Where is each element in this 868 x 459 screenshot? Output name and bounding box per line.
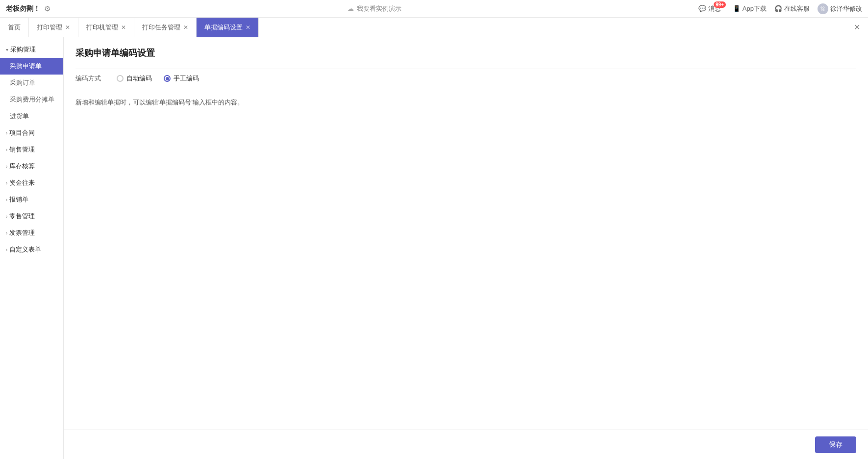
sidebar-group-retail-label: 零售管理: [9, 212, 35, 221]
message-badge: 99+: [714, 1, 726, 8]
tab-printer-management[interactable]: 打印机管理 ✕: [78, 18, 134, 37]
service-icon: 🎧: [774, 5, 782, 12]
sidebar-group-custom-forms-label: 自定义表单: [9, 245, 41, 254]
sidebar-group-retail: › 零售管理: [0, 208, 63, 225]
settings-icon[interactable]: ⚙: [44, 4, 50, 13]
tab-printer-management-label: 打印机管理: [86, 23, 118, 32]
user-button[interactable]: 徐 徐泽华修改: [818, 3, 862, 14]
sidebar-group-expense-label: 报销单: [9, 195, 28, 204]
tab-print-management-label: 打印管理: [37, 23, 62, 32]
chevron-down-icon: ▾: [6, 47, 8, 52]
top-bar-left: 老板勿割！ ⚙: [6, 4, 50, 13]
sidebar-group-purchase-label: 采购管理: [10, 45, 36, 54]
radio-manual-encode-circle[interactable]: [164, 75, 171, 82]
sidebar-group-contract-label: 项目合同: [9, 128, 35, 137]
sidebar-group-purchase: ▾ 采购管理 采购申请单 采购订单 采购费用分摊单 进货单: [0, 41, 63, 125]
radio-auto-encode-label: 自动编码: [126, 74, 152, 83]
hint-text: 新增和编辑单据时，可以编辑'单据编码号'输入框中的内容。: [75, 98, 856, 107]
tab-print-task-management[interactable]: 打印任务管理 ✕: [134, 18, 197, 37]
sidebar-group-inventory-label: 库存核算: [9, 162, 35, 171]
save-button[interactable]: 保存: [815, 436, 856, 453]
page-title: 采购申请单编码设置: [75, 47, 856, 59]
tab-home[interactable]: 首页: [0, 18, 29, 37]
chevron-right-icon: ›: [6, 130, 7, 136]
close-icon[interactable]: ✕: [246, 24, 250, 31]
sidebar-item-purchase-requisition[interactable]: 采购申请单: [0, 58, 63, 75]
online-service-button[interactable]: 🎧 在线客服: [774, 4, 810, 13]
sidebar-group-expense-title[interactable]: › 报销单: [0, 191, 63, 208]
logo-text: 老板勿割！: [6, 4, 40, 13]
sidebar-group-finance-label: 资金往来: [9, 178, 35, 187]
main-content: 采购申请单编码设置 编码方式 自动编码 手工编码 新增和编辑单据时，可以编辑'单…: [64, 37, 868, 430]
tab-code-settings[interactable]: 单据编码设置 ✕: [197, 18, 259, 37]
avatar: 徐: [818, 3, 828, 14]
encoding-row: 编码方式 自动编码 手工编码: [75, 69, 856, 88]
sidebar-group-custom-forms-title[interactable]: › 自定义表单: [0, 241, 63, 258]
chevron-right-icon: ›: [6, 214, 7, 219]
app-download-button[interactable]: 📱 App下载: [733, 4, 767, 13]
chevron-right-icon: ›: [6, 164, 7, 169]
sidebar-item-purchase-expense[interactable]: 采购费用分摊单: [0, 91, 63, 108]
close-icon[interactable]: ✕: [65, 24, 70, 31]
main: 采购申请单编码设置 编码方式 自动编码 手工编码 新增和编辑单据时，可以编辑'单…: [64, 37, 868, 459]
chevron-right-icon: ›: [6, 230, 7, 236]
tab-bar-close-button[interactable]: ✕: [846, 18, 868, 37]
sidebar-group-inventory: › 库存核算: [0, 158, 63, 175]
tab-home-label: 首页: [8, 23, 21, 32]
sidebar-group-finance: › 资金往来: [0, 175, 63, 191]
close-icon[interactable]: ✕: [121, 24, 126, 31]
chevron-right-icon: ›: [6, 180, 7, 186]
sidebar-group-invoice: › 发票管理: [0, 225, 63, 241]
chevron-right-icon: ›: [6, 247, 7, 253]
message-button[interactable]: 💬 消息 99+: [698, 4, 721, 13]
sidebar-group-purchase-title[interactable]: ▾ 采购管理: [0, 41, 63, 58]
message-icon: 💬: [698, 5, 706, 12]
tab-code-settings-label: 单据编码设置: [204, 23, 243, 32]
radio-auto-encode[interactable]: 自动编码: [117, 74, 152, 83]
sidebar-group-sales: › 销售管理: [0, 141, 63, 158]
sidebar-group-expense: › 报销单: [0, 191, 63, 208]
chevron-right-icon: ›: [6, 197, 7, 203]
close-icon[interactable]: ✕: [183, 24, 188, 31]
sidebar-group-contract: › 项目合同: [0, 125, 63, 141]
tab-print-management[interactable]: 打印管理 ✕: [29, 18, 78, 37]
layout: ▾ 采购管理 采购申请单 采购订单 采购费用分摊单 进货单 › 项目合同 › 销…: [0, 37, 868, 459]
sidebar-group-sales-label: 销售管理: [9, 145, 35, 154]
demo-link[interactable]: ☁ 我要看实例演示: [347, 4, 401, 13]
sidebar-group-custom-forms: › 自定义表单: [0, 241, 63, 258]
top-bar-right: 💬 消息 99+ 📱 App下载 🎧 在线客服 徐 徐泽华修改: [698, 3, 862, 14]
app-download-icon: 📱: [733, 5, 741, 12]
sidebar: ▾ 采购管理 采购申请单 采购订单 采购费用分摊单 进货单 › 项目合同 › 销…: [0, 37, 64, 459]
sidebar-group-finance-title[interactable]: › 资金往来: [0, 175, 63, 191]
radio-manual-encode[interactable]: 手工编码: [164, 74, 199, 83]
encoding-label: 编码方式: [75, 74, 101, 83]
sidebar-item-purchase-order[interactable]: 采购订单: [0, 75, 63, 91]
sidebar-group-sales-title[interactable]: › 销售管理: [0, 141, 63, 158]
sidebar-group-retail-title[interactable]: › 零售管理: [0, 208, 63, 225]
footer-bar: 保存: [64, 430, 868, 459]
sidebar-group-inventory-title[interactable]: › 库存核算: [0, 158, 63, 175]
sidebar-item-goods-receipt[interactable]: 进货单: [0, 108, 63, 125]
tab-print-task-management-label: 打印任务管理: [142, 23, 180, 32]
radio-auto-encode-circle[interactable]: [117, 75, 124, 82]
sidebar-group-invoice-title[interactable]: › 发票管理: [0, 225, 63, 241]
sidebar-group-contract-title[interactable]: › 项目合同: [0, 125, 63, 141]
radio-manual-encode-label: 手工编码: [174, 74, 199, 83]
sidebar-group-invoice-label: 发票管理: [9, 229, 35, 237]
tab-bar: 首页 打印管理 ✕ 打印机管理 ✕ 打印任务管理 ✕ 单据编码设置 ✕ ✕: [0, 18, 868, 37]
top-bar: 老板勿割！ ⚙ ☁ 我要看实例演示 💬 消息 99+ 📱 App下载 🎧 在线客…: [0, 0, 868, 18]
demo-cloud-icon: ☁: [347, 5, 354, 12]
chevron-right-icon: ›: [6, 147, 7, 153]
